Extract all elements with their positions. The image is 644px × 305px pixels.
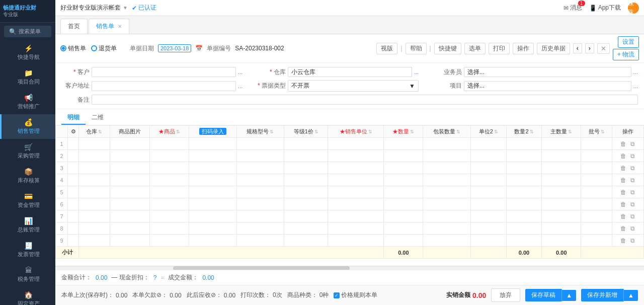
row-batch-3[interactable] — [581, 162, 612, 174]
row-batch-9[interactable] — [581, 235, 612, 247]
row-qty-8[interactable] — [384, 222, 423, 235]
row-main-qty-8[interactable] — [542, 222, 581, 235]
tab-detail[interactable]: 明细 — [61, 111, 86, 125]
sidebar-item-quicknav[interactable]: ⚡ 快捷导航 — [0, 40, 55, 65]
next-btn[interactable]: › — [585, 43, 594, 53]
row-warehouse-2[interactable] — [79, 150, 110, 162]
warehouse-input[interactable] — [288, 67, 412, 77]
row-warehouse-3[interactable] — [79, 162, 110, 174]
horizontal-scrollbar[interactable] — [55, 266, 644, 270]
row-pack-qty-4[interactable] — [423, 174, 471, 186]
row-main-qty-2[interactable] — [542, 150, 581, 162]
invoice-select[interactable]: 不开票 ▼ — [288, 80, 419, 92]
salesperson-input[interactable] — [464, 67, 631, 77]
shortcut-btn[interactable]: 快捷键 — [434, 43, 461, 54]
row-goods-5[interactable] — [150, 186, 189, 198]
row-delete-6[interactable]: 🗑 — [619, 200, 627, 208]
row-spec-5[interactable] — [236, 186, 284, 198]
remark-input[interactable] — [92, 95, 638, 105]
row-delete-9[interactable]: 🗑 — [619, 237, 627, 245]
operate-btn[interactable]: 操作 — [513, 43, 534, 54]
row-qty-3[interactable] — [384, 162, 423, 174]
sidebar-item-project[interactable]: 📁 项目合同 — [0, 65, 55, 90]
col-unit2[interactable]: 单位2⇅ — [470, 126, 506, 138]
batchimport-tag[interactable]: 扫码录入 — [199, 128, 226, 135]
abandon-btn[interactable]: 放弃 — [491, 288, 520, 302]
row-copy-4[interactable]: ⧉ — [629, 176, 636, 184]
row-warehouse-6[interactable] — [79, 198, 110, 210]
col-image[interactable]: 商品图片 — [110, 126, 150, 138]
address-link[interactable]: ... — [238, 83, 243, 89]
scrollbar-thumb[interactable] — [173, 266, 350, 270]
row-spec-4[interactable] — [236, 174, 284, 186]
row-unit-8[interactable] — [328, 222, 384, 235]
row-qty2-5[interactable] — [506, 186, 542, 198]
row-main-qty-7[interactable] — [542, 210, 581, 222]
row-grade1price-5[interactable] — [284, 186, 328, 198]
save-new-dropdown-btn[interactable]: ▲ — [624, 290, 638, 301]
row-unit2-8[interactable] — [470, 222, 506, 235]
sidebar-item-capital[interactable]: 💳 资金管理 — [0, 188, 55, 213]
row-copy-7[interactable]: ⧉ — [629, 212, 636, 220]
sidebar-item-sales[interactable]: 💰 销售管理 — [0, 114, 55, 139]
row-spec-7[interactable] — [236, 210, 284, 222]
row-grade1price-1[interactable] — [284, 138, 328, 150]
row-batch-5[interactable] — [581, 186, 612, 198]
row-grade1price-4[interactable] — [284, 174, 328, 186]
row-unit-5[interactable] — [328, 186, 384, 198]
row-goods-1[interactable] — [150, 138, 189, 150]
col-gear[interactable]: ⚙ — [68, 126, 79, 138]
row-delete-1[interactable]: 🗑 — [619, 140, 627, 148]
save-new-btn[interactable]: 保存并新增 — [581, 289, 624, 301]
row-spec-3[interactable] — [236, 162, 284, 174]
row-grade1price-3[interactable] — [284, 162, 328, 174]
save-draft-dropdown-btn[interactable]: ▲ — [562, 290, 576, 301]
row-main-qty-5[interactable] — [542, 186, 581, 198]
col-main-qty[interactable]: 主数量⇅ — [542, 126, 581, 138]
row-unit-9[interactable] — [328, 235, 384, 247]
sidebar-item-tax[interactable]: 🏛 税务管理 — [0, 262, 55, 287]
project-input[interactable] — [464, 81, 631, 91]
row-spec-9[interactable] — [236, 235, 284, 247]
sidebar-item-marketing[interactable]: 📢 营销推广 — [0, 90, 55, 114]
row-unit2-7[interactable] — [470, 210, 506, 222]
radio-sales[interactable]: 销售单 — [60, 44, 86, 53]
row-grade1price-2[interactable] — [284, 150, 328, 162]
setup-btn[interactable]: 设置 — [618, 36, 639, 48]
row-qty2-4[interactable] — [506, 174, 542, 186]
row-copy-6[interactable]: ⧉ — [629, 200, 636, 208]
row-batchimport-3[interactable] — [189, 162, 237, 174]
row-unit2-9[interactable] — [470, 235, 506, 247]
col-grade1price[interactable]: 等级1价⇅ — [284, 126, 328, 138]
row-batch-7[interactable] — [581, 210, 612, 222]
row-goods-4[interactable] — [150, 174, 189, 186]
table-container[interactable]: ⚙ 仓库⇅ 商品图片 ★商品⇅ 扫码录入 规格型号⇅ 等级1价⇅ ★销售单位⇅ … — [55, 125, 644, 266]
row-qty2-9[interactable] — [506, 235, 542, 247]
row-copy-2[interactable]: ⧉ — [629, 152, 636, 160]
row-copy-3[interactable]: ⧉ — [629, 164, 636, 172]
col-batch[interactable]: 批号⇅ — [581, 126, 612, 138]
row-pack-qty-2[interactable] — [423, 150, 471, 162]
row-goods-8[interactable] — [150, 222, 189, 235]
row-unit2-6[interactable] — [470, 198, 506, 210]
row-goods-9[interactable] — [150, 235, 189, 247]
row-unit-3[interactable] — [328, 162, 384, 174]
row-unit2-1[interactable] — [470, 138, 506, 150]
row-qty2-3[interactable] — [506, 162, 542, 174]
customer-input[interactable] — [92, 67, 236, 77]
row-batchimport-5[interactable] — [189, 186, 237, 198]
row-batch-6[interactable] — [581, 198, 612, 210]
row-unit2-5[interactable] — [470, 186, 506, 198]
sidebar-item-inventory[interactable]: 📦 库存核算 — [0, 164, 55, 188]
row-qty-6[interactable] — [384, 198, 423, 210]
sidebar-item-purchase[interactable]: 🛒 采购管理 — [0, 139, 55, 164]
row-copy-8[interactable]: ⧉ — [629, 224, 636, 233]
row-goods-3[interactable] — [150, 162, 189, 174]
row-unit-1[interactable] — [328, 138, 384, 150]
row-spec-6[interactable] — [236, 198, 284, 210]
col-goods[interactable]: ★商品⇅ — [150, 126, 189, 138]
customer-link[interactable]: ... — [238, 69, 243, 75]
row-batch-2[interactable] — [581, 150, 612, 162]
row-qty2-1[interactable] — [506, 138, 542, 150]
row-qty-7[interactable] — [384, 210, 423, 222]
